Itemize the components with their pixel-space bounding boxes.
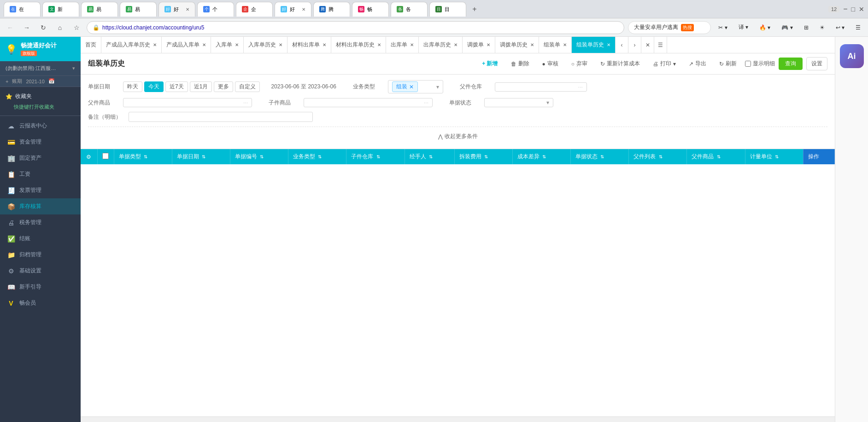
column-settings-icon[interactable]: ⚙ [86, 154, 91, 160]
sidebar-item-membership[interactable]: V 畅会员 [0, 295, 81, 311]
sidebar-item-fund-mgmt[interactable]: 💳 资金管理 [0, 134, 81, 150]
sidebar-item-guide[interactable]: 📖 新手引导 [0, 279, 81, 295]
sidebar-item-invoice-mgmt[interactable]: 🧾 发票管理 [0, 182, 81, 198]
app-tab-inbound[interactable]: 入库单 ✕ [211, 37, 244, 53]
date-btn-7days[interactable]: 近7天 [165, 81, 188, 92]
business-type-dropdown[interactable]: ▾ [436, 84, 439, 90]
th-cost-diff[interactable]: 成本差异 ⇅ [512, 149, 570, 164]
date-btn-today[interactable]: 今天 [144, 81, 164, 92]
tab-close-transfer-history[interactable]: ✕ [530, 42, 534, 47]
browser-tab-9[interactable]: 腾 腾 [313, 2, 350, 17]
browser-tab-3[interactable]: 易 易 [81, 2, 118, 17]
date-btn-yesterday[interactable]: 昨天 [123, 81, 142, 92]
app-tab-outbound[interactable]: 出库单 ✕ [386, 37, 419, 53]
browser-tab-7[interactable]: 企 企 [236, 2, 273, 17]
game-toolbar-btn[interactable]: 🎮 ▾ [778, 21, 796, 34]
app-tab-assembly[interactable]: 组装单 ✕ [539, 37, 572, 53]
menu-toolbar-btn[interactable]: ☰ [852, 21, 864, 34]
th-checkbox[interactable] [97, 149, 114, 164]
tab-close-outbound-history[interactable]: ✕ [454, 42, 457, 47]
business-type-input[interactable]: 组装 ✕ ▾ [388, 80, 443, 93]
app-tab-transfer[interactable]: 调拨单 ✕ [463, 37, 495, 53]
bottom-scrollbar[interactable] [81, 416, 835, 422]
sidebar-item-fixed-assets[interactable]: 🏢 固定资产 [0, 150, 81, 166]
app-tab-home[interactable]: 首页 [81, 37, 101, 53]
browser-tab-8[interactable]: 好 好 ✕ [275, 2, 311, 17]
back-button[interactable]: ← [4, 21, 17, 34]
parent-warehouse-input[interactable]: ··· [495, 82, 587, 92]
date-btn-more[interactable]: 更多 [214, 81, 233, 92]
app-tab-outbound-history[interactable]: 出库单历史 ✕ [419, 37, 463, 53]
th-parent-goods[interactable]: 父件商品 ⇅ [687, 149, 745, 164]
sidebar-item-payroll[interactable]: 📋 工资 [0, 166, 81, 182]
browser-tab-2[interactable]: 文 新 [42, 2, 79, 17]
th-unit[interactable]: 计量单位 ⇅ [745, 149, 803, 164]
favorites-header[interactable]: ⭐ 收藏夹 [6, 91, 75, 102]
business-type-tag-close[interactable]: ✕ [409, 84, 414, 90]
th-settings[interactable]: ⚙ [81, 149, 97, 164]
cut-toolbar-btn[interactable]: ✂ ▾ [715, 21, 731, 34]
export-button[interactable]: ↗ 导出 [684, 58, 711, 69]
home-button[interactable]: ⌂ [53, 21, 66, 34]
emoji-toolbar-btn[interactable]: 🔥 ▾ [756, 21, 774, 34]
app-tab-inbound-history[interactable]: 入库单历史 ✕ [244, 37, 287, 53]
sidebar-item-inventory[interactable]: 📦 库存核算 [0, 198, 81, 214]
recalculate-button[interactable]: ↻ 重新计算成本 [596, 58, 645, 69]
browser-tab-10[interactable]: 畅 畅 [352, 2, 389, 17]
tab-close-finished[interactable]: ✕ [202, 42, 206, 47]
settings-toolbar-btn[interactable]: ☀ [816, 21, 828, 34]
ai-button[interactable]: Ai [840, 44, 864, 68]
browser-tab-12[interactable]: 目 目 [429, 2, 466, 17]
window-minimize[interactable]: − [843, 5, 847, 13]
th-biz-type[interactable]: 业务类型 ⇅ [288, 149, 346, 164]
address-bar[interactable]: 🔒 https://cloud.chanjet.com/accounting/u… [87, 21, 624, 34]
tab-close-inbound-history[interactable]: ✕ [279, 42, 282, 47]
app-tab-finished[interactable]: 产成品入库单 ✕ [162, 37, 211, 53]
sidebar-item-settlement[interactable]: ✅ 结账 [0, 231, 81, 247]
tab-close-outbound[interactable]: ✕ [410, 42, 414, 47]
translate-toolbar-btn[interactable]: 译 ▾ [735, 21, 752, 34]
tab-close-material-out[interactable]: ✕ [323, 42, 326, 47]
th-bill-status[interactable]: 单据状态 ⇅ [570, 149, 628, 164]
browser-tab-close-5[interactable]: ✕ [186, 7, 189, 12]
tab-close-inbound[interactable]: ✕ [235, 42, 239, 47]
quick-open-favorites[interactable]: 快捷键打开收藏夹 [6, 102, 75, 112]
sidebar-item-cloud-report[interactable]: ☁ 云报表中心 [0, 118, 81, 134]
refresh-button[interactable]: ↻ 刷新 [715, 58, 741, 69]
sidebar-item-archive-mgmt[interactable]: 📁 归档管理 [0, 247, 81, 263]
sidebar-item-tax-mgmt[interactable]: 🖨 税务管理 [0, 214, 81, 231]
review-button[interactable]: ● 审核 [538, 58, 563, 69]
collapse-button[interactable]: ⋀ 收起更多条件 [438, 130, 478, 143]
refresh-button[interactable]: ↻ [37, 21, 50, 34]
abandon-button[interactable]: ○ 弃审 [567, 58, 592, 69]
app-tab-material-out-history[interactable]: 材料出库单历史 ✕ [331, 37, 386, 53]
browser-tab-6[interactable]: 个 个 [197, 2, 234, 17]
tab-close-finished-history[interactable]: ✕ [153, 42, 157, 47]
print-button[interactable]: 🖨 打印 ▾ [648, 58, 680, 69]
tab-close-material-out-history[interactable]: ✕ [377, 42, 381, 47]
history-toolbar-btn[interactable]: ↩ ▾ [832, 21, 848, 34]
th-disassemble-fee[interactable]: 拆装费用 ⇅ [454, 149, 512, 164]
tab-close-assembly[interactable]: ✕ [563, 42, 567, 47]
select-all-checkbox[interactable] [102, 153, 109, 159]
delete-button[interactable]: 🗑 删除 [506, 58, 534, 69]
grid-toolbar-btn[interactable]: ⊞ [800, 21, 812, 34]
date-btn-1month[interactable]: 近1月 [190, 81, 212, 92]
tab-close-current[interactable]: ✕ [641, 37, 654, 53]
th-sub-warehouse[interactable]: 子件仓库 ⇅ [346, 149, 405, 164]
th-bill-date[interactable]: 单据日期 ⇅ [172, 149, 230, 164]
note-input[interactable] [129, 112, 313, 122]
forward-button[interactable]: → [20, 21, 33, 34]
window-maximize[interactable]: □ [851, 6, 855, 13]
browser-tab-1[interactable]: 在 在 [4, 2, 41, 17]
th-parent-list[interactable]: 父件列表 ⇅ [629, 149, 687, 164]
bookmark-button[interactable]: ☆ [70, 21, 83, 34]
th-bill-type[interactable]: 单据类型 ⇅ [114, 149, 172, 164]
app-tab-assembly-history[interactable]: 组装单历史 ✕ [572, 37, 616, 53]
window-close[interactable]: ✕ [859, 6, 864, 13]
app-tab-material-out[interactable]: 材料出库单 ✕ [287, 37, 331, 53]
child-goods-input[interactable]: ··· [304, 98, 433, 107]
tab-nav-left[interactable]: ‹ [616, 37, 628, 53]
app-tab-finished-history[interactable]: 产成品入库单历史 ✕ [101, 37, 162, 53]
sidebar-item-basic-settings[interactable]: ⚙ 基础设置 [0, 263, 81, 279]
